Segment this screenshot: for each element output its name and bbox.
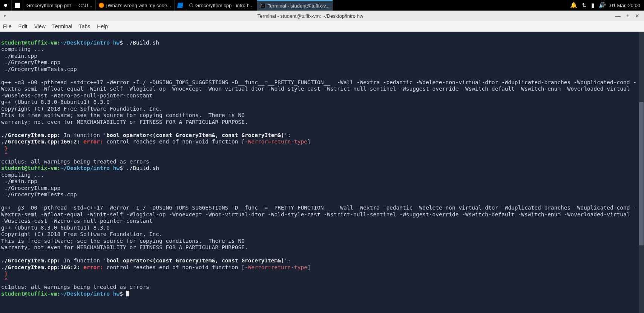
vscode-icon	[177, 3, 183, 8]
window-title: Terminal - student@tuffix-vm: ~/Desktop/…	[8, 13, 613, 19]
free-software-2: warranty; not even for MERCHANTABILITY o…	[1, 119, 248, 125]
prompt-path-2: ~/Desktop/intro hw	[60, 165, 120, 171]
taskbar-left: GroceryItem.cpp.pdf — C:\U... [What's wr…	[0, 0, 570, 11]
window-menu-arrow-icon[interactable]: ▾	[2, 14, 8, 19]
file2: ./GroceryItem.cpp	[1, 59, 60, 65]
taskbar-terminal-label: Terminal - student@tuffix-v...	[268, 3, 330, 9]
file3: ./GroceryItemTests.cpp	[1, 66, 77, 72]
taskbar-pdf-label: GroceryItem.cpp.pdf — C:\U...	[26, 3, 92, 8]
file-icon	[189, 3, 193, 7]
volume-icon[interactable]: 🔊	[599, 2, 606, 9]
taskbar-pdf[interactable]: GroceryItem.cpp.pdf — C:\U...	[23, 0, 96, 11]
prompt-dollar: $	[120, 40, 123, 46]
err-func: bool operator<(const GroceryItem&, const…	[106, 132, 284, 138]
terminal-output: student@tuffix-vm:~/Desktop/intro hw$ ./…	[1, 33, 639, 297]
menu-help[interactable]: Help	[97, 23, 108, 29]
gpp-line3: -Wuseless-cast -Wzero-as-null-pointer-co…	[1, 93, 153, 99]
cc1plus-msg: cc1plus: all warnings being treated as e…	[1, 159, 149, 165]
minimize-button[interactable]: —	[613, 13, 623, 19]
err-msg: control reaches end of non-void function…	[106, 139, 245, 145]
terminal-scrollbar[interactable]	[639, 32, 644, 313]
app-launcher[interactable]	[0, 0, 12, 11]
scrollbar-thumb[interactable]	[639, 102, 644, 245]
battery-icon[interactable]: ▮	[591, 2, 594, 9]
menu-file[interactable]: File	[3, 23, 12, 29]
clock[interactable]: 01 Mar, 20:00	[610, 3, 641, 8]
command-1: ./Build.sh	[123, 40, 159, 46]
prompt-user: student@tuffix-vm	[1, 40, 57, 46]
prompt-user-2: student@tuffix-vm	[1, 165, 57, 171]
menu-view[interactable]: View	[34, 23, 46, 29]
menu-edit[interactable]: Edit	[18, 23, 28, 29]
menubar: File Edit View Terminal Tabs Help	[0, 21, 644, 32]
taskbar-right: 🔔 ⇅ ▮ 🔊 01 Mar, 20:00	[570, 0, 644, 11]
gpp-version: g++ (Ubuntu 8.3.0-6ubuntu1) 8.3.0	[1, 99, 110, 105]
show-desktop[interactable]	[12, 0, 23, 11]
err-caret: ^	[1, 152, 8, 158]
prompt-path-3: ~/Desktop/intro hw	[60, 291, 120, 297]
compiling-label: compiling ...	[1, 46, 44, 52]
werror-flag: -Werror=return-type	[245, 139, 307, 145]
err-brace: }	[1, 145, 8, 151]
prompt-path: ~/Desktop/intro hw	[60, 40, 120, 46]
launcher-icon	[3, 3, 8, 8]
taskbar-editor[interactable]: GroceryItem.cpp - intro h...	[186, 0, 257, 11]
network-icon[interactable]: ⇅	[582, 2, 587, 9]
menu-tabs[interactable]: Tabs	[79, 23, 90, 29]
terminal-viewport[interactable]: student@tuffix-vm:~/Desktop/intro hw$ ./…	[0, 32, 644, 313]
terminal-cursor	[126, 291, 129, 296]
gpp-line1: g++ -g3 -O0 -pthread -std=c++17 -Werror …	[1, 79, 636, 85]
close-button[interactable]: ✕	[633, 13, 642, 19]
taskbar-editor-label: GroceryItem.cpp - intro h...	[195, 3, 254, 8]
error-label: error:	[80, 139, 107, 145]
prompt-user-3: student@tuffix-vm	[1, 291, 57, 297]
file1: ./main.cpp	[1, 53, 37, 59]
command-2: ./Build.sh	[123, 165, 159, 171]
taskbar-terminal[interactable]: Terminal - student@tuffix-v...	[257, 0, 333, 11]
gpp-line2: Wextra-semi -Wfloat-equal -Winit-self -W…	[1, 86, 630, 92]
copyright: Copyright (C) 2018 Free Software Foundat…	[1, 106, 163, 112]
terminal-icon	[260, 3, 265, 8]
maximize-button[interactable]: ＋	[623, 12, 633, 19]
err-file: ./GroceryItem.cpp:	[1, 132, 60, 138]
menu-terminal[interactable]: Terminal	[52, 23, 72, 29]
firefox-icon	[99, 3, 104, 8]
err-loc: ./GroceryItem.cpp:166:2:	[1, 139, 80, 145]
window-titlebar: ▾ Terminal - student@tuffix-vm: ~/Deskto…	[0, 11, 644, 21]
desktop-icon	[15, 3, 20, 8]
free-software-1: This is free software; see the source fo…	[1, 112, 245, 118]
notifications-icon[interactable]: 🔔	[570, 2, 577, 9]
taskbar-firefox[interactable]: [What's wrong with my code...	[96, 0, 175, 11]
taskbar-vscode[interactable]	[175, 0, 186, 11]
taskbar-firefox-label: [What's wrong with my code...	[106, 3, 171, 8]
system-taskbar: GroceryItem.cpp.pdf — C:\U... [What's wr…	[0, 0, 644, 11]
